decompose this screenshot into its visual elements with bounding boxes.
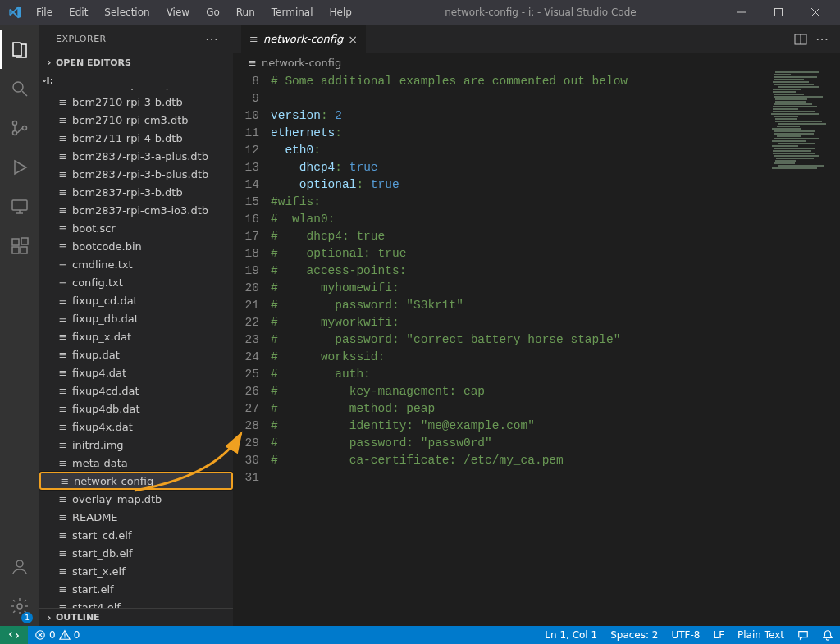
breadcrumbs[interactable]: ≡ network-config — [233, 53, 840, 71]
search-activity-icon[interactable] — [0, 69, 39, 108]
file-item[interactable]: ≡bcm2710-rpi-3-b.dtb — [39, 93, 233, 111]
indentation-indicator[interactable]: Spaces: 2 — [604, 626, 664, 644]
svg-rect-8 — [21, 247, 27, 253]
file-icon: ≡ — [54, 547, 72, 560]
file-icon: ≡ — [54, 385, 72, 397]
menu-run[interactable]: Run — [230, 3, 262, 21]
code-editor[interactable]: 8910111213141516171819202122232425262728… — [233, 71, 840, 626]
file-item[interactable]: ≡initrd.img — [39, 436, 233, 454]
tab-close-icon[interactable]: × — [348, 33, 358, 46]
menu-edit[interactable]: Edit — [62, 3, 94, 21]
editor-more-icon[interactable]: ⋯ — [815, 31, 829, 47]
language-mode[interactable]: Plain Text — [731, 626, 791, 644]
remote-explorer-activity-icon[interactable] — [0, 187, 39, 226]
menu-terminal[interactable]: Terminal — [265, 3, 320, 21]
file-item[interactable]: ≡boot.scr — [39, 219, 233, 237]
file-item[interactable]: ≡start.elf — [39, 580, 233, 598]
file-item[interactable]: ≡bcm2837-rpi-cm3-io3.dtb — [39, 201, 233, 219]
file-item[interactable]: ≡start_cd.elf — [39, 526, 233, 544]
file-item[interactable]: ≡overlay_map.dtb — [39, 490, 233, 508]
eol-indicator[interactable]: LF — [706, 626, 731, 644]
file-item[interactable]: ≡meta-data — [39, 454, 233, 472]
problems-indicator[interactable]: 0 0 — [28, 626, 86, 644]
file-item[interactable]: ≡cmdline.txt — [39, 255, 233, 273]
file-item[interactable]: ≡fixup_cd.dat — [39, 291, 233, 309]
file-icon: ≡ — [54, 240, 72, 253]
file-item[interactable]: ≡start_x.elf — [39, 562, 233, 580]
menu-bar: FileEditSelectionViewGoRunTerminalHelp — [30, 3, 358, 21]
file-item[interactable]: ≡bootcode.bin — [39, 237, 233, 255]
maximize-button[interactable] — [760, 0, 797, 25]
accounts-activity-icon[interactable] — [0, 547, 39, 587]
run-debug-activity-icon[interactable] — [0, 148, 39, 187]
file-item[interactable]: ≡fixup4cd.dat — [39, 381, 233, 400]
window-controls — [723, 0, 833, 25]
file-item[interactable]: ≡fixup_x.dat — [39, 327, 233, 345]
file-icon: ≡ — [54, 421, 72, 433]
tab-network-config[interactable]: ≡ network-config × — [241, 25, 367, 53]
file-label: bcm2710-rpi-cm3.dtb — [72, 114, 189, 126]
file-item[interactable]: ≡bcm2837-rpi-3-b-plus.dtb — [39, 165, 233, 183]
sidebar-header: EXPLORER ⋯ — [39, 25, 233, 53]
sidebar-more-icon[interactable]: ⋯ — [205, 31, 218, 47]
svg-point-2 — [13, 121, 17, 126]
file-item[interactable]: ≡network-config — [39, 472, 233, 490]
explorer-activity-icon[interactable] — [0, 30, 39, 69]
encoding-indicator[interactable]: UTF-8 — [664, 626, 706, 644]
svg-rect-0 — [774, 9, 782, 16]
breadcrumb-item[interactable]: network-config — [262, 57, 341, 69]
menu-view[interactable]: View — [160, 3, 196, 21]
close-button[interactable] — [797, 0, 833, 25]
feedback-icon[interactable] — [791, 626, 815, 644]
remote-indicator[interactable] — [0, 626, 28, 644]
notifications-icon[interactable] — [815, 626, 840, 644]
svg-point-11 — [17, 604, 22, 609]
file-icon: ≡ — [54, 276, 72, 289]
file-item[interactable]: ≡README — [39, 508, 233, 526]
file-label: bcm2837-rpi-3-b-plus.dtb — [72, 168, 208, 180]
menu-go[interactable]: Go — [199, 3, 226, 21]
svg-point-4 — [23, 126, 27, 130]
cursor-position[interactable]: Ln 1, Col 1 — [538, 626, 604, 644]
file-item[interactable]: ≡bcm2710-rpi-cm3.dtb — [39, 111, 233, 129]
file-label: fixup_db.dat — [72, 313, 139, 325]
file-item[interactable]: ≡start4.elf — [39, 598, 233, 608]
split-editor-icon[interactable] — [794, 33, 807, 46]
settings-badge: 1 — [21, 612, 33, 623]
open-editors-section[interactable]: › OPEN EDITORS — [39, 53, 233, 71]
file-icon: ≡ — [54, 258, 72, 271]
file-item[interactable]: ≡bcm2837-rpi-3-b.dtb — [39, 183, 233, 201]
file-item[interactable]: ≡fixup4x.dat — [39, 418, 233, 436]
source-control-activity-icon[interactable] — [0, 108, 39, 148]
menu-file[interactable]: File — [30, 3, 59, 21]
file-item[interactable]: ≡bcm2837-rpi-3-a-plus.dtb — [39, 147, 233, 165]
file-label: bcm2710-rpi-3-b.dtb — [72, 96, 183, 108]
file-icon: ≡ — [54, 222, 72, 235]
file-item[interactable]: ≡fixup4.dat — [39, 363, 233, 381]
line-number-gutter: 8910111213141516171819202122232425262728… — [233, 71, 271, 626]
minimize-button[interactable] — [723, 0, 760, 25]
chevron-down-icon: › — [39, 79, 50, 83]
file-item[interactable]: ≡fixup_db.dat — [39, 309, 233, 327]
file-item[interactable]: ≡fixup.dat — [39, 345, 233, 363]
settings-activity-icon[interactable]: 1 — [0, 587, 39, 626]
file-item[interactable]: ≡fixup4db.dat — [39, 400, 233, 418]
menu-help[interactable]: Help — [323, 3, 358, 21]
file-tree[interactable]: ≡bcm2710-rpi-3-b-plus.dtb≡bcm2710-rpi-3-… — [39, 89, 233, 608]
file-icon: ≡ — [54, 367, 72, 379]
file-item[interactable]: ≡start_db.elf — [39, 544, 233, 562]
file-icon: ≡ — [54, 583, 72, 596]
file-label: start4.elf — [72, 601, 121, 609]
editor-actions: ⋯ — [794, 25, 840, 53]
workspace-section[interactable]: › I: — [39, 71, 233, 89]
file-item[interactable]: ≡config.txt — [39, 273, 233, 291]
extensions-activity-icon[interactable] — [0, 226, 39, 266]
code-content[interactable]: # Some additional examples are commented… — [271, 71, 840, 626]
tab-bar: ≡ network-config × ⋯ — [233, 25, 840, 53]
outline-section[interactable]: › OUTLINE — [39, 608, 233, 626]
menu-selection[interactable]: Selection — [98, 3, 156, 21]
workbench: 1 EXPLORER ⋯ › OPEN EDITORS › I: ≡bcm271… — [0, 25, 840, 626]
file-item[interactable]: ≡bcm2711-rpi-4-b.dtb — [39, 129, 233, 147]
file-label: start_db.elf — [72, 547, 133, 560]
window-title: network-config - i: - Visual Studio Code — [358, 7, 723, 18]
